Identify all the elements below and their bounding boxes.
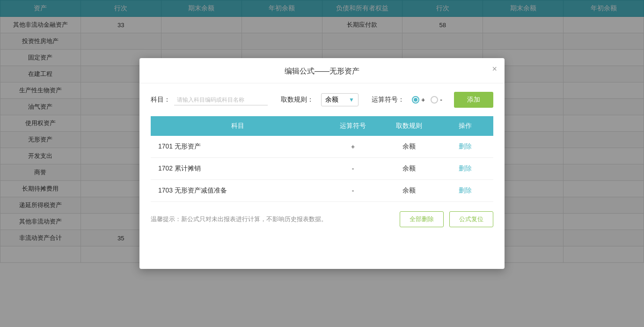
th-action: 操作 xyxy=(437,116,493,136)
operator-label: 运算符号： xyxy=(372,96,404,104)
th-subject: 科目 xyxy=(151,116,325,136)
data-table: 科目 运算符号 取数规则 操作 1701 无形资产+余额删除1702 累计摊销-… xyxy=(151,116,493,202)
add-button[interactable]: 添加 xyxy=(454,92,493,108)
th-rule: 取数规则 xyxy=(381,116,437,136)
cell-rule: 余额 xyxy=(381,180,437,202)
dialog-header: 编辑公式——无形资产 × xyxy=(139,58,505,83)
footer-buttons: 全部删除 公式复位 xyxy=(400,211,493,227)
cell-rule: 余额 xyxy=(381,158,437,180)
cell-subject: 1701 无形资产 xyxy=(151,136,325,158)
cell-subject: 1702 累计摊销 xyxy=(151,158,325,180)
dialog: 编辑公式——无形资产 × 科目： 取数规则： 余额 ▼ 运算符号： xyxy=(139,58,505,269)
rule-group: 取数规则： 余额 ▼ xyxy=(281,93,359,106)
radio-minus[interactable]: - xyxy=(431,96,442,104)
radio-minus-label: - xyxy=(440,96,442,104)
delete-link[interactable]: 删除 xyxy=(459,186,472,194)
reset-button[interactable]: 公式复位 xyxy=(449,211,493,227)
radio-plus-circle xyxy=(412,96,419,104)
table-row: 1702 累计摊销-余额删除 xyxy=(151,158,493,180)
rule-value: 余额 xyxy=(325,96,338,104)
rule-label: 取数规则： xyxy=(281,96,314,104)
radio-group: + - xyxy=(412,96,442,104)
rule-select[interactable]: 余额 ▼ xyxy=(321,93,359,106)
form-row: 科目： 取数规则： 余额 ▼ 运算符号： + xyxy=(139,83,505,116)
radio-plus-label: + xyxy=(421,96,425,104)
data-table-wrap: 科目 运算符号 取数规则 操作 1701 无形资产+余额删除1702 累计摊销-… xyxy=(151,116,493,202)
subject-label: 科目： xyxy=(151,96,170,104)
background-table-wrap: 资产 行次 期末余额 年初余额 负债和所有者权益 行次 期末余额 年初余额 其他… xyxy=(0,0,644,327)
close-button[interactable]: × xyxy=(492,65,497,73)
subject-input[interactable] xyxy=(174,94,268,105)
radio-minus-circle xyxy=(431,96,438,104)
chevron-down-icon: ▼ xyxy=(349,97,354,103)
operator-group: 运算符号： + - xyxy=(372,96,442,104)
dialog-footer: 温馨提示：新公式只对未出报表进行计算，不影响历史报表数据。 全部删除 公式复位 xyxy=(139,202,505,232)
table-row: 1703 无形资产减值准备-余额删除 xyxy=(151,180,493,202)
delete-all-button[interactable]: 全部删除 xyxy=(400,211,444,227)
cell-action: 删除 xyxy=(437,180,493,202)
radio-plus[interactable]: + xyxy=(412,96,425,104)
cell-operator: - xyxy=(325,158,381,180)
table-row: 1701 无形资产+余额删除 xyxy=(151,136,493,158)
delete-link[interactable]: 删除 xyxy=(459,142,472,150)
footer-tip: 温馨提示：新公式只对未出报表进行计算，不影响历史报表数据。 xyxy=(151,215,327,223)
cell-operator: - xyxy=(325,180,381,202)
th-operator: 运算符号 xyxy=(325,116,381,136)
dialog-title: 编辑公式——无形资产 xyxy=(285,67,359,75)
cell-subject: 1703 无形资产减值准备 xyxy=(151,180,325,202)
cell-action: 删除 xyxy=(437,136,493,158)
cell-action: 删除 xyxy=(437,158,493,180)
cell-rule: 余额 xyxy=(381,136,437,158)
modal-overlay: 编辑公式——无形资产 × 科目： 取数规则： 余额 ▼ 运算符号： xyxy=(0,0,644,327)
delete-link[interactable]: 删除 xyxy=(459,164,472,172)
cell-operator: + xyxy=(325,136,381,158)
